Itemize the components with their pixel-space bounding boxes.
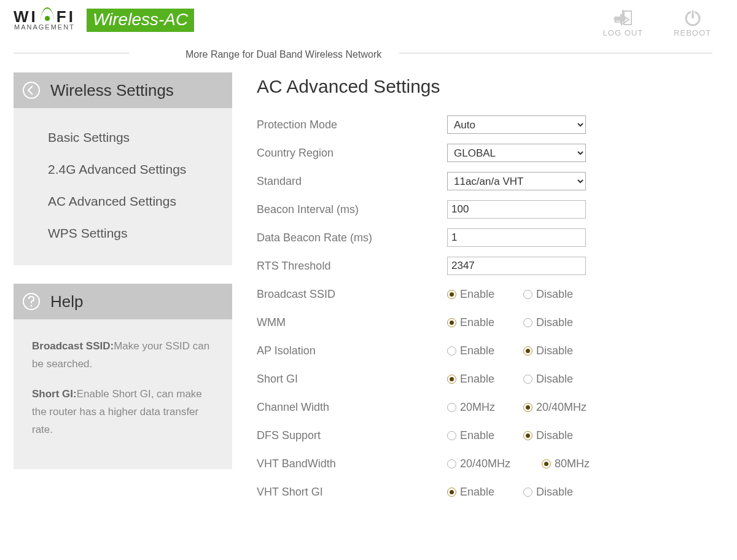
page-title: AC Advanced Settings	[257, 76, 725, 97]
radio-channel-width-2040[interactable]: 20/40MHz	[523, 401, 587, 414]
radio-vht-short-gi-enable[interactable]: Enable	[447, 486, 521, 499]
help-header: Help	[14, 284, 232, 319]
label-channel-width: Channel Width	[257, 401, 447, 414]
select-standard[interactable]: 11ac/an/a VHT	[447, 172, 586, 190]
logo-subtext: MANAGEMENT	[14, 23, 75, 31]
label-data-beacon-rate: Data Beacon Rate (ms)	[257, 231, 447, 244]
wifi-arc-icon	[39, 11, 55, 22]
label-vht-bandwidth: VHT BandWidth	[257, 457, 447, 470]
svg-point-5	[23, 82, 39, 98]
main-content: AC Advanced Settings Protection Mode Aut…	[232, 72, 725, 511]
nav-list: Basic Settings 2.4G Advanced Settings AC…	[14, 108, 232, 265]
nav-item-basic-settings[interactable]: Basic Settings	[14, 122, 232, 154]
brand-block: Wireless-AC	[87, 9, 194, 32]
help-label: Broadcast SSID:	[32, 340, 114, 352]
content-scroll[interactable]: Wireless Settings Basic Settings 2.4G Ad…	[0, 72, 737, 560]
logo-block: WI FI MANAGEMENT Wireless-AC	[14, 9, 194, 32]
logo-text-right: FI	[57, 9, 76, 25]
radio-wmm-disable[interactable]: Disable	[523, 316, 573, 329]
help-item-short-gi: Short GI:Enable Short GI, can make the r…	[32, 386, 219, 439]
help-title: Help	[50, 292, 83, 311]
help-section: Help Broadcast SSID:Make your SSID can b…	[14, 284, 232, 469]
label-vht-short-gi: VHT Short GI	[257, 486, 447, 499]
header-actions: LOG OUT REBOOT	[603, 9, 723, 37]
sidebar-header[interactable]: Wireless Settings	[14, 72, 232, 108]
label-rts-threshold: RTS Threshold	[257, 260, 447, 273]
radio-broadcast-ssid-enable[interactable]: Enable	[447, 288, 521, 301]
select-country-region[interactable]: GLOBAL	[447, 144, 586, 162]
label-beacon-interval: Beacon Interval (ms)	[257, 203, 447, 216]
radio-vht-short-gi-disable[interactable]: Disable	[523, 486, 573, 499]
label-standard: Standard	[257, 175, 447, 188]
input-beacon-interval[interactable]	[447, 200, 586, 219]
radio-channel-width-20[interactable]: 20MHz	[447, 401, 521, 414]
radio-dfs-disable[interactable]: Disable	[523, 429, 573, 442]
radio-short-gi-enable[interactable]: Enable	[447, 373, 521, 386]
logout-button[interactable]: LOG OUT	[603, 9, 644, 37]
label-short-gi: Short GI	[257, 373, 447, 386]
wifi-management-logo: WI FI MANAGEMENT	[14, 9, 76, 31]
input-data-beacon-rate[interactable]	[447, 228, 586, 247]
help-body: Broadcast SSID:Make your SSID can be sea…	[14, 319, 232, 469]
svg-point-7	[31, 305, 33, 307]
radio-wmm-enable[interactable]: Enable	[447, 316, 521, 329]
nav-item-wps-settings[interactable]: WPS Settings	[14, 217, 232, 249]
nav-item-ac-advanced[interactable]: AC Advanced Settings	[14, 185, 232, 217]
reboot-label: REBOOT	[674, 28, 711, 37]
radio-vht-bw-80[interactable]: 80MHz	[542, 457, 590, 470]
logout-label: LOG OUT	[603, 28, 644, 37]
divider-left	[14, 53, 129, 53]
label-protection-mode: Protection Mode	[257, 119, 447, 131]
logo-text-left: WI	[14, 9, 38, 25]
input-rts-threshold[interactable]	[447, 257, 586, 275]
radio-broadcast-ssid-disable[interactable]: Disable	[523, 288, 573, 301]
radio-ap-isolation-enable[interactable]: Enable	[447, 344, 521, 357]
radio-ap-isolation-disable[interactable]: Disable	[523, 344, 573, 357]
divider-right	[399, 53, 712, 53]
sidebar: Wireless Settings Basic Settings 2.4G Ad…	[14, 72, 232, 511]
label-dfs-support: DFS Support	[257, 429, 447, 442]
label-wmm: WMM	[257, 316, 447, 329]
label-ap-isolation: AP Isolation	[257, 344, 447, 357]
select-protection-mode[interactable]: Auto	[447, 115, 586, 134]
help-item-broadcast-ssid: Broadcast SSID:Make your SSID can be sea…	[32, 338, 219, 373]
radio-vht-bw-2040[interactable]: 20/40MHz	[447, 457, 539, 470]
help-label: Short GI:	[32, 388, 77, 400]
brand-tagline: More Range for Dual Band Wireless Networ…	[142, 49, 381, 60]
label-country-region: Country Region	[257, 147, 447, 160]
nav-item-24g-advanced[interactable]: 2.4G Advanced Settings	[14, 154, 232, 185]
power-icon	[682, 9, 704, 27]
label-broadcast-ssid: Broadcast SSID	[257, 288, 447, 301]
help-icon	[22, 292, 41, 311]
radio-short-gi-disable[interactable]: Disable	[523, 373, 573, 386]
back-arrow-icon	[22, 81, 41, 99]
brand-badge: Wireless-AC	[87, 9, 194, 32]
radio-dfs-enable[interactable]: Enable	[447, 429, 521, 442]
logout-icon	[612, 9, 634, 27]
sidebar-title: Wireless Settings	[50, 81, 174, 100]
reboot-button[interactable]: REBOOT	[674, 9, 711, 37]
header: WI FI MANAGEMENT Wireless-AC LOG OUT	[0, 0, 737, 37]
